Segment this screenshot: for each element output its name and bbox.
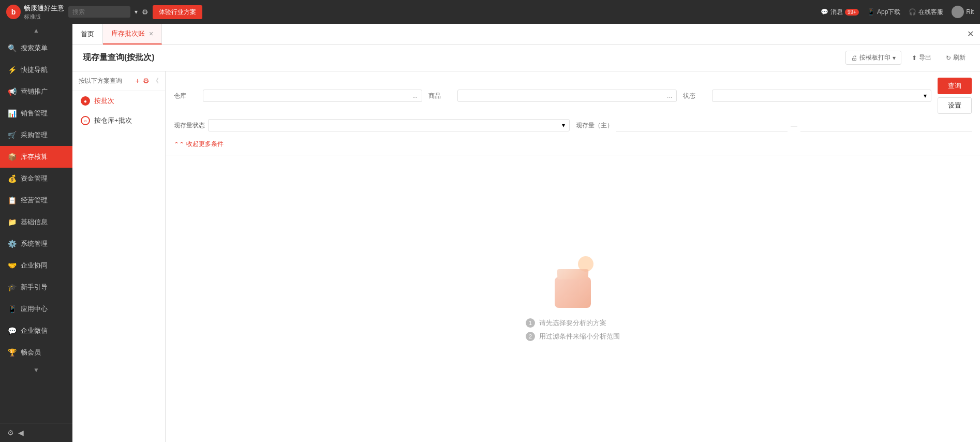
quantity-max-input[interactable]	[800, 120, 972, 131]
topbar-gear-icon[interactable]: ⚙	[142, 8, 149, 16]
scheme-collapse-icon[interactable]: 《	[153, 77, 159, 85]
tab-label: 库存批次账	[111, 29, 145, 38]
sidebar-item-system[interactable]: ⚙️ 系统管理	[0, 233, 72, 255]
inventory-icon: 📦	[7, 152, 17, 161]
user-name: Rit	[966, 8, 974, 16]
status-field: 状态 ▾	[683, 90, 931, 102]
sidebar-scroll-down[interactable]: ▼	[0, 363, 72, 377]
scroll-down-icon[interactable]: ▼	[32, 365, 40, 375]
inv-status-dropdown-icon: ▾	[562, 122, 565, 129]
export-btn[interactable]: ⬆ 导出	[908, 51, 936, 64]
content-area: 首页 库存批次账 × ✕ 现存量查询(按批次) 🖨 按模板打印 ▾ ⬆	[72, 24, 980, 442]
filter-row-2: 现存量状态 ▾ 现存量（主） —	[174, 119, 972, 131]
quantity-separator: —	[791, 122, 797, 129]
product-label: 商品	[428, 92, 454, 100]
settings-button[interactable]: 设置	[938, 97, 972, 114]
experience-btn[interactable]: 体验行业方案	[153, 5, 202, 19]
filter-row-1: 仓库 ... 商品 ...	[174, 78, 972, 114]
sidebar-scroll-up[interactable]: ▲	[0, 24, 72, 37]
sidebar-item-basic[interactable]: 📁 基础信息	[0, 211, 72, 233]
empty-tip-2: 2 用过滤条件来缩小分析范围	[526, 332, 620, 341]
sidebar-item-sales[interactable]: 📊 销售管理	[0, 102, 72, 124]
wechat-icon: 💬	[7, 326, 17, 335]
product-field: 商品 ...	[428, 90, 677, 102]
scheme-add-icon[interactable]: +	[136, 77, 140, 85]
appstore-icon: 📱	[7, 304, 17, 314]
warehouse-more-icon[interactable]: ...	[412, 92, 418, 99]
tip-text-2: 用过滤条件来缩小分析范围	[539, 332, 620, 341]
quantity-min-input[interactable]	[616, 120, 788, 131]
sidebar-item-member[interactable]: 🏆 畅会员	[0, 342, 72, 363]
scheme-actions: + ⚙ 《	[136, 77, 159, 85]
quantity-field: 现存量（主） —	[576, 120, 972, 131]
newbie-icon: 🎓	[7, 283, 17, 292]
message-badge: 99+	[845, 9, 859, 16]
tab-close-btn[interactable]: ×	[149, 30, 153, 37]
sidebar-item-quick-nav[interactable]: ⚡ 快捷导航	[0, 59, 72, 81]
refresh-btn[interactable]: ↻ 刷新	[942, 51, 970, 64]
tip-number-1: 1	[526, 318, 535, 328]
sidebar-item-finance[interactable]: 💰 资金管理	[0, 168, 72, 189]
refresh-icon: ↻	[946, 54, 951, 62]
export-label: 导出	[919, 53, 931, 62]
scheme-active-icon: ●	[81, 96, 90, 106]
sidebar-item-search[interactable]: 🔍 搜索菜单	[0, 37, 72, 59]
product-more-icon[interactable]: ...	[667, 92, 672, 99]
user-menu[interactable]: Rit	[952, 6, 974, 18]
tab-inventory-batch[interactable]: 库存批次账 ×	[103, 24, 162, 45]
app-download-btn[interactable]: 📱 App下载	[867, 8, 900, 17]
collapse-conditions-btn[interactable]: ⌃⌃ 收起更多条件	[174, 140, 972, 149]
sidebar-item-purchase[interactable]: 🛒 采购管理	[0, 124, 72, 146]
sidebar-item-wechat[interactable]: 💬 企业微信	[0, 320, 72, 342]
print-btn[interactable]: 🖨 按模板打印 ▾	[845, 51, 901, 65]
inventory-status-label: 现存量状态	[174, 121, 205, 130]
sidebar-item-inventory[interactable]: 📦 库存核算	[0, 146, 72, 168]
scheme-item-by-batch[interactable]: ● 按批次	[72, 91, 165, 111]
search-input[interactable]	[68, 6, 130, 18]
sidebar-item-newbie[interactable]: 🎓 新手引导	[0, 276, 72, 298]
sidebar-item-label: 销售管理	[21, 109, 48, 118]
empty-box	[555, 277, 591, 308]
sidebar-item-label: 经营管理	[21, 196, 48, 205]
scroll-up-icon[interactable]: ▲	[32, 26, 40, 35]
scheme-inactive-icon: ○	[81, 116, 90, 125]
filter-area: 仓库 ... 商品 ...	[166, 71, 980, 155]
search-dropdown-icon[interactable]: ▾	[135, 8, 138, 16]
sales-icon: 📊	[7, 109, 17, 118]
main-layout: ▲ 🔍 搜索菜单 ⚡ 快捷导航 📢 营销推广 📊 销售管理 🛒 采购管理 📦 库…	[0, 24, 980, 442]
tab-home[interactable]: 首页	[72, 24, 103, 45]
system-icon: ⚙️	[7, 239, 17, 248]
scheme-item-by-warehouse-batch[interactable]: ○ 按仓库+批次	[72, 111, 165, 130]
sidebar-settings-icon[interactable]: ⚙	[7, 429, 14, 437]
print-dropdown-icon: ▾	[893, 54, 896, 62]
app-version: 标准版	[24, 13, 64, 21]
topbar: b 畅康通好生意 标准版 ▾ ⚙ 体验行业方案 💬 消息 99+ 📱 App下载…	[0, 0, 980, 24]
empty-tips: 1 请先选择要分析的方案 2 用过滤条件来缩小分析范围	[526, 318, 620, 341]
empty-state: 1 请先选择要分析的方案 2 用过滤条件来缩小分析范围	[166, 155, 980, 442]
sidebar-item-label: 系统管理	[21, 239, 48, 248]
sidebar-item-label: 采购管理	[21, 130, 48, 140]
status-select[interactable]: ▾	[712, 90, 931, 102]
warehouse-input[interactable]: ...	[203, 90, 422, 102]
sidebar-item-label: 基础信息	[21, 217, 48, 227]
sidebar-item-marketing[interactable]: 📢 营销推广	[0, 81, 72, 102]
operations-icon: 📋	[7, 196, 17, 205]
sidebar-item-operations[interactable]: 📋 经营管理	[0, 189, 72, 211]
sidebar-item-enterprise[interactable]: 🤝 企业协同	[0, 255, 72, 276]
page-title: 现存量查询(按批次)	[83, 52, 155, 63]
query-button[interactable]: 查询	[938, 78, 972, 94]
sidebar-item-appstore[interactable]: 📱 应用中心	[0, 298, 72, 320]
inventory-status-select[interactable]: ▾	[208, 119, 570, 131]
sidebar-collapse-icon[interactable]: ◀	[18, 429, 24, 437]
message-btn[interactable]: 💬 消息 99+	[821, 8, 859, 17]
inventory-status-field: 现存量状态 ▾	[174, 119, 570, 131]
product-input[interactable]: ...	[457, 90, 677, 102]
message-label: 消息	[830, 8, 843, 17]
online-service-btn[interactable]: 🎧 在线客服	[909, 8, 943, 17]
scheme-panel: 按以下方案查询 + ⚙ 《 ● 按批次 ○ 按仓库+批次	[72, 71, 166, 442]
scheme-settings-icon[interactable]: ⚙	[143, 77, 150, 85]
tab-bar-close-icon[interactable]: ✕	[965, 27, 976, 41]
home-label: 首页	[81, 30, 94, 39]
avatar	[952, 6, 964, 18]
scheme-header-label: 按以下方案查询	[79, 77, 122, 85]
